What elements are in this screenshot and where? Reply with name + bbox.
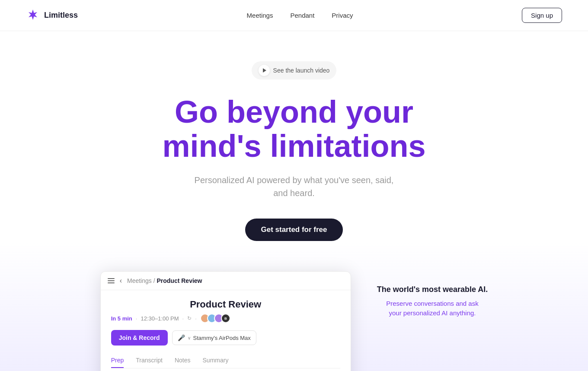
- badge-text: See the launch video: [273, 67, 330, 74]
- get-started-button[interactable]: Get started for free: [245, 219, 342, 241]
- breadcrumb-page: Product Review: [157, 277, 202, 284]
- mic-label: Stammy's AirPods Max: [193, 335, 251, 341]
- tab-prep[interactable]: Prep: [111, 353, 124, 368]
- hero-subtitle: Personalized AI powered by what you've s…: [190, 174, 398, 200]
- tab-transcript[interactable]: Transcript: [136, 353, 163, 368]
- hamburger-icon[interactable]: [108, 278, 115, 283]
- time-range: 12:30–1:00 PM: [141, 315, 179, 322]
- meeting-actions: Join & Record 🎤 ∨ Stammy's AirPods Max: [111, 330, 340, 346]
- breadcrumb: Meetings / Product Review: [127, 277, 202, 284]
- breadcrumb-prefix: Meetings /: [127, 277, 155, 284]
- meeting-tabs: Prep Transcript Notes Summary: [111, 353, 340, 368]
- nav-privacy[interactable]: Privacy: [332, 12, 353, 19]
- hero-title: Go beyond your mind's limitations: [162, 95, 425, 163]
- launch-video-badge[interactable]: See the launch video: [252, 61, 337, 79]
- back-chevron-icon[interactable]: ‹: [120, 277, 122, 285]
- refresh-icon: ↻: [187, 315, 192, 321]
- app-window-bar: ‹ Meetings / Product Review: [101, 272, 351, 290]
- logo-link[interactable]: Limitless: [26, 9, 78, 22]
- play-icon: [263, 68, 266, 73]
- play-button-circle: [259, 65, 270, 76]
- mic-icon: 🎤: [178, 334, 185, 341]
- attendee-avatars: B: [200, 314, 230, 323]
- meta-separator: ·: [136, 315, 137, 322]
- hero-section: See the launch video Go beyond your mind…: [0, 31, 588, 371]
- right-card: The world's most wearable AI. Preserve c…: [377, 271, 488, 318]
- nav-meetings[interactable]: Meetings: [247, 12, 273, 19]
- preview-section: ‹ Meetings / Product Review Product Revi…: [9, 271, 579, 371]
- time-badge: In 5 min: [111, 315, 132, 322]
- meeting-meta: In 5 min · 12:30–1:00 PM · ↻ · B: [111, 314, 340, 323]
- tab-summary[interactable]: Summary: [203, 353, 229, 368]
- nav-links: Meetings Pendant Privacy: [247, 12, 353, 19]
- dropdown-chevron: ∨: [188, 336, 191, 340]
- meta-separator-2: ·: [182, 315, 184, 322]
- subtitle-highlight: your personalized AI anything.: [389, 309, 476, 317]
- right-card-subtitle: Preserve conversations and ask your pers…: [377, 299, 488, 318]
- join-record-button[interactable]: Join & Record: [111, 330, 168, 346]
- app-window: ‹ Meetings / Product Review Product Revi…: [100, 271, 351, 371]
- signup-button[interactable]: Sign up: [522, 8, 562, 23]
- mic-selector[interactable]: 🎤 ∨ Stammy's AirPods Max: [172, 330, 256, 345]
- subtitle-plain: Preserve conversations and ask: [386, 300, 478, 307]
- navbar: Limitless Meetings Pendant Privacy Sign …: [0, 0, 588, 31]
- hero-title-line1: Go beyond your: [175, 95, 413, 129]
- meta-separator-3: ·: [195, 315, 197, 322]
- logo-icon: [26, 9, 40, 22]
- logo-text: Limitless: [44, 11, 78, 20]
- tab-notes[interactable]: Notes: [175, 353, 191, 368]
- right-card-title: The world's most wearable AI.: [377, 284, 488, 295]
- hero-title-line2: mind's limitations: [162, 129, 425, 163]
- meeting-title: Product Review: [111, 299, 340, 310]
- nav-pendant[interactable]: Pendant: [290, 12, 314, 19]
- app-content: Product Review In 5 min · 12:30–1:00 PM …: [101, 290, 351, 371]
- avatar-count: B: [221, 314, 230, 323]
